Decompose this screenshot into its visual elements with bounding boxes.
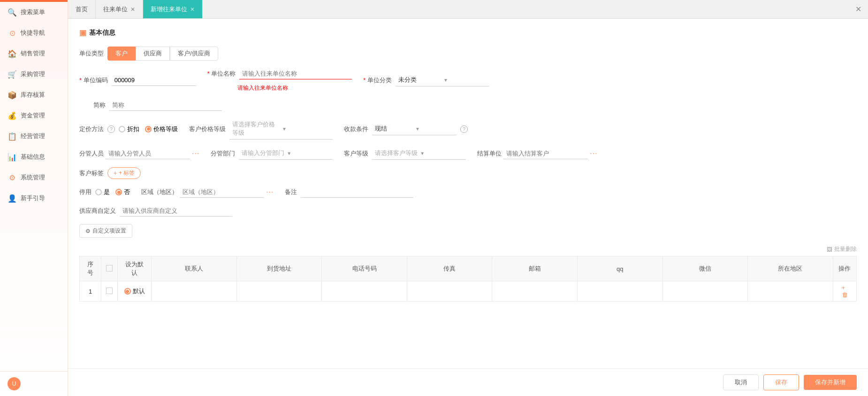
type-btn-customer[interactable]: 客户: [107, 47, 136, 61]
type-btn-both[interactable]: 客户/供应商: [170, 47, 218, 61]
settlement-input[interactable]: [503, 148, 588, 159]
discount-label: 折扣: [127, 125, 139, 133]
tab-partners-label: 往来单位: [103, 5, 128, 14]
row-select-checkbox[interactable]: [106, 287, 113, 294]
fax-input[interactable]: [412, 288, 487, 295]
email-input[interactable]: [497, 288, 572, 295]
short-name-input[interactable]: [109, 100, 222, 111]
customer-level-select[interactable]: 请选择客户等级 ▼: [372, 147, 466, 160]
sidebar-item-purchase[interactable]: 🛒 采购管理: [0, 64, 68, 85]
wechat-input[interactable]: [668, 288, 743, 295]
tab-new-partner-label: 新增往来单位: [151, 5, 187, 14]
sidebar-item-label: 经营管理: [21, 132, 45, 140]
type-btn-supplier[interactable]: 供应商: [136, 47, 170, 61]
region-input[interactable]: [180, 186, 264, 198]
add-row-button[interactable]: +: [842, 284, 845, 291]
customer-level-placeholder: 请选择客户等级: [375, 149, 418, 157]
tab-partners[interactable]: 往来单位 ✕: [96, 0, 143, 18]
row-phone[interactable]: [322, 281, 407, 302]
payment-help-icon[interactable]: ?: [460, 125, 468, 133]
main-area: 首页 往来单位 ✕ 新增往来单位 ✕ ✕ ▣ 基本信息 单位类型 客户 供应商 …: [68, 0, 868, 396]
pricing-row: 定价方法 ? 折扣 价格等级 客户价格等级 请选择客户价格等级: [79, 118, 857, 140]
contact-input[interactable]: [156, 288, 232, 295]
qq-input[interactable]: [582, 288, 658, 295]
col-fax: 传真: [407, 256, 492, 281]
sidebar-item-quick-nav[interactable]: ⊙ 快捷导航: [0, 23, 68, 43]
batch-delete-label[interactable]: 批量删除: [834, 245, 857, 253]
supplier-custom-input[interactable]: [120, 205, 232, 217]
row-address[interactable]: [236, 281, 322, 302]
col-qq: qq: [577, 256, 662, 281]
col-actions: 操作: [833, 256, 856, 281]
row-wechat[interactable]: [662, 281, 748, 302]
save-new-button[interactable]: 保存并新增: [804, 375, 857, 390]
payment-condition-select[interactable]: 现结 ▼: [372, 123, 457, 135]
customer-price-level-select[interactable]: 请选择客户价格等级 ▼: [229, 118, 333, 140]
department-placeholder: 请输入分管部门: [242, 149, 285, 157]
row-region[interactable]: [748, 281, 833, 302]
row-fax[interactable]: [407, 281, 492, 302]
select-all-checkbox[interactable]: [106, 265, 113, 272]
sidebar-item-system[interactable]: ⚙ 系统管理: [0, 167, 68, 188]
disabled-no-radio[interactable]: 否: [115, 188, 130, 196]
pricing-help-icon[interactable]: ?: [107, 125, 115, 133]
sidebar-item-search[interactable]: 🔍 搜索菜单: [0, 2, 68, 23]
region-cell-input[interactable]: [753, 288, 828, 295]
row-email[interactable]: [492, 281, 578, 302]
region-more-button[interactable]: ···: [266, 188, 274, 196]
disabled-yes-radio[interactable]: 是: [95, 188, 110, 196]
purchase-icon: 🛒: [8, 70, 17, 79]
department-select[interactable]: 请输入分管部门 ▼: [239, 147, 333, 160]
level-label: 价格等级: [153, 125, 178, 133]
row-checkbox[interactable]: [101, 281, 118, 302]
chevron-down-icon: ▼: [415, 126, 454, 132]
col-wechat: 微信: [662, 256, 748, 281]
col-region: 所在地区: [748, 256, 833, 281]
tab-new-partner[interactable]: 新增往来单位 ✕: [143, 0, 203, 18]
customer-price-level-field: 客户价格等级 请选择客户价格等级 ▼: [189, 118, 333, 140]
unit-name-input[interactable]: [239, 68, 352, 79]
pricing-radio-discount[interactable]: 折扣: [119, 125, 139, 133]
region-label: 区域（地区）: [141, 188, 178, 196]
save-button[interactable]: 保存: [763, 374, 799, 390]
note-field: 备注: [285, 186, 413, 198]
pricing-radio-level[interactable]: 价格等级: [145, 125, 178, 133]
tab-new-partner-close[interactable]: ✕: [190, 6, 195, 13]
address-input[interactable]: [242, 288, 317, 295]
tab-partners-close[interactable]: ✕: [130, 6, 135, 13]
row-qq[interactable]: [577, 281, 662, 302]
plus-icon: +: [114, 170, 117, 177]
manager-input[interactable]: [106, 148, 190, 159]
payment-condition-value: 现结: [375, 124, 413, 133]
chevron-down-icon: ▼: [282, 126, 330, 132]
sidebar-item-inventory[interactable]: 📦 库存核算: [0, 85, 68, 105]
unit-type-row: 单位类型 客户 供应商 客户/供应商: [79, 47, 857, 61]
tab-home[interactable]: 首页: [68, 0, 96, 18]
sidebar-item-operations[interactable]: 📋 经营管理: [0, 126, 68, 147]
cancel-button[interactable]: 取消: [723, 374, 759, 390]
phone-input[interactable]: [327, 288, 402, 295]
manager-more-button[interactable]: ···: [192, 149, 199, 158]
row-actions: + 🗑: [833, 281, 856, 302]
sidebar-item-basic[interactable]: 📊 基础信息: [0, 147, 68, 167]
contact-table: 序号 设为默认 联系人 到货地址 电话号码 传真 邮箱 qq 微信 所在地区 操…: [79, 256, 857, 302]
default-radio[interactable]: 默认: [122, 287, 146, 295]
col-index: 序号: [80, 256, 101, 281]
basic-icon: 📊: [8, 152, 17, 162]
window-close-button[interactable]: ✕: [849, 5, 868, 14]
note-input[interactable]: [301, 186, 413, 198]
delete-row-button[interactable]: 🗑: [842, 291, 848, 298]
settlement-more-button[interactable]: ···: [590, 149, 597, 158]
chevron-down-icon: ▼: [287, 151, 330, 156]
sidebar-item-guide[interactable]: 👤 新手引导: [0, 188, 68, 209]
custom-settings-button[interactable]: ⚙ 自定义项设置: [79, 224, 132, 238]
unit-code-input[interactable]: [112, 75, 196, 86]
system-icon: ⚙: [8, 173, 17, 182]
sidebar-item-finance[interactable]: 💰 资金管理: [0, 105, 68, 126]
row-contact[interactable]: [152, 281, 237, 302]
region-field: 区域（地区） ···: [141, 186, 274, 198]
add-tag-button[interactable]: + + 标签: [107, 167, 141, 179]
unit-category-select[interactable]: 未分类 ▼: [396, 74, 489, 86]
sidebar-item-sales[interactable]: 🏠 销售管理: [0, 43, 68, 64]
unit-name-label: 单位名称: [207, 70, 236, 78]
